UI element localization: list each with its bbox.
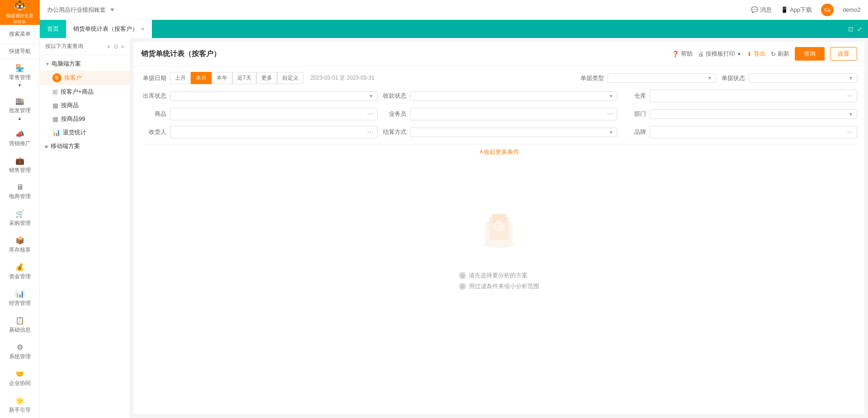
- app-logo[interactable]: 🐯 畅捷通好生意 标账版: [0, 0, 40, 25]
- collapse-text: 收起更多条件: [484, 148, 519, 156]
- date-btn-this-month[interactable]: 本月: [191, 72, 212, 84]
- top-header: 办公用品行业模拟账套 ▼ 💬 消息 📱 App下载 Ea demo2: [40, 0, 868, 20]
- message-icon: 💬: [751, 6, 758, 13]
- search-menu[interactable]: 搜索菜单: [0, 25, 39, 44]
- order-status-label: 单据状态: [720, 74, 745, 82]
- page-title-bar: 销货单统计表（按客户） ❓ 帮助 🖨 按模板打印 ▼ ⬇ 导出: [134, 42, 864, 66]
- dept-select[interactable]: ▼: [650, 109, 857, 119]
- tip-num-2: ②: [459, 283, 466, 290]
- retail-icon: 🏪: [15, 64, 24, 72]
- sidebar-item-finance[interactable]: 💰 资金管理: [0, 258, 39, 285]
- order-type-select[interactable]: ▼: [608, 73, 716, 83]
- collapse-panel-btn[interactable]: «: [121, 43, 124, 50]
- product-input[interactable]: ···: [170, 108, 377, 120]
- return-stats-icon: 📊: [52, 129, 60, 136]
- mobile-scheme-parent[interactable]: ▶ 移动端方案: [40, 139, 130, 153]
- scheme-by-product-99-label: 按商品99: [61, 115, 85, 123]
- scheme-by-product[interactable]: ▦ 按商品: [40, 99, 130, 112]
- messages-btn[interactable]: 💬 消息: [751, 6, 772, 14]
- sidebar-item-basic[interactable]: 📋 基础信息: [0, 312, 39, 338]
- left-panel-actions: + ⊙ «: [107, 43, 124, 50]
- receipt-status-select[interactable]: ▼: [410, 91, 618, 101]
- tab-minimize-icon[interactable]: ⊡: [848, 25, 854, 33]
- empty-tip-2: ② 用过滤条件来缩小分析范围: [459, 282, 539, 290]
- sidebar-item-purchase[interactable]: 🛒 采购管理: [0, 205, 39, 232]
- help-btn[interactable]: ❓ 帮助: [672, 50, 693, 58]
- print-icon: 🖨: [698, 51, 704, 57]
- tab-bar: 首页 销货单统计表（按客户） ✕ ⊡ ⤢: [40, 20, 868, 38]
- filter-row-date: 单据日期 上月 本月 本年 近7天 更多 自定义 2023-03-01 至 20…: [141, 72, 857, 84]
- date-btn-this-year[interactable]: 本年: [212, 72, 232, 84]
- download-icon: 📱: [781, 6, 788, 13]
- sidebar-item-ecommerce[interactable]: 🖥 电商管理: [0, 179, 39, 205]
- settlement-select[interactable]: ▼: [410, 128, 618, 137]
- sidebar-item-wholesale[interactable]: 🏬 批发管理 ▲: [0, 92, 39, 125]
- sidebar-item-system[interactable]: ⚙ 系统管理: [0, 338, 39, 365]
- date-btn-last-7-days[interactable]: 近7天: [232, 72, 256, 84]
- product-icon: ▦: [52, 102, 58, 109]
- tab-home[interactable]: 首页: [40, 20, 66, 38]
- right-content: 销货单统计表（按客户） ❓ 帮助 🖨 按模板打印 ▼ ⬇ 导出: [134, 42, 864, 414]
- quick-nav[interactable]: 快捷导航: [0, 44, 39, 59]
- wholesale-icon: 🏬: [15, 97, 24, 105]
- home-label: 首页: [47, 25, 59, 33]
- sidebar-item-marketing[interactable]: 📣 营销推广: [0, 125, 39, 152]
- sidebar-item-inventory[interactable]: 📦 库存核算: [0, 232, 39, 258]
- sales-icon: 💼: [15, 157, 24, 165]
- collapse-up-icon: ∧: [479, 148, 484, 156]
- sidebar-item-operations[interactable]: 📊 经营管理: [0, 285, 39, 312]
- out-status-select[interactable]: ▼: [170, 91, 377, 101]
- settings-btn[interactable]: 设置: [830, 47, 857, 61]
- sidebar-item-newbie[interactable]: 🌟 新手引导: [0, 392, 39, 418]
- settlement-label: 结算方式: [381, 128, 406, 136]
- scheme-return-stats[interactable]: 📊 退货统计: [40, 126, 130, 139]
- date-btn-more[interactable]: 更多: [256, 72, 277, 84]
- scheme-by-customer-label: 按客户: [64, 74, 82, 82]
- customer-scheme-icon: 客: [52, 73, 61, 82]
- dept-label: 部门: [621, 110, 646, 118]
- tab-close-icon[interactable]: ✕: [141, 26, 145, 32]
- receipt-status-label: 收款状态: [381, 92, 406, 100]
- refresh-btn[interactable]: ↻ 刷新: [771, 50, 789, 58]
- date-btn-last-month[interactable]: 上月: [170, 72, 191, 84]
- edit-scheme-btn[interactable]: ⊙: [113, 43, 118, 50]
- collapse-bar[interactable]: ∧ 收起更多条件: [141, 144, 857, 160]
- system-icon: ⚙: [17, 343, 23, 352]
- tab-sales-stats[interactable]: 销货单统计表（按客户） ✕: [66, 20, 152, 38]
- app-download-btn[interactable]: 📱 App下载: [781, 6, 812, 14]
- receipt-status-chevron-icon: ▼: [609, 94, 613, 99]
- current-account: 办公用品行业模拟账套: [47, 6, 106, 14]
- app-name: 畅捷通好生意: [6, 13, 33, 19]
- salesman-input[interactable]: ···: [410, 108, 618, 120]
- receiver-input[interactable]: ···: [170, 126, 377, 138]
- filter-area: 单据日期 上月 本月 本年 近7天 更多 自定义 2023-03-01 至 20…: [134, 66, 864, 165]
- user-avatar[interactable]: Ea: [821, 4, 834, 16]
- header-right: 💬 消息 📱 App下载 Ea demo2: [751, 4, 861, 16]
- desktop-scheme-label: 电脑端方案: [52, 60, 81, 68]
- brand-label: 品牌: [621, 128, 646, 136]
- order-status-select[interactable]: ▼: [749, 73, 857, 83]
- export-btn[interactable]: ⬇ 导出: [747, 50, 765, 58]
- account-dropdown-icon[interactable]: ▼: [109, 6, 115, 13]
- ecommerce-icon: 🖥: [16, 183, 24, 191]
- query-btn[interactable]: 查询: [795, 47, 825, 61]
- scheme-by-customer-product[interactable]: ⊞ 按客户+商品: [40, 85, 130, 99]
- template-print-btn[interactable]: 🖨 按模板打印 ▼: [698, 50, 741, 58]
- help-icon: ❓: [672, 51, 679, 57]
- scheme-by-customer[interactable]: 客 按客户: [40, 71, 130, 85]
- export-icon: ⬇: [747, 51, 752, 57]
- sidebar-item-retail[interactable]: 🏪 零售管理 ▼: [0, 59, 39, 92]
- product-label: 商品: [141, 110, 166, 118]
- brand-input[interactable]: ···: [650, 126, 857, 138]
- add-scheme-btn[interactable]: +: [107, 43, 111, 50]
- purchase-icon: 🛒: [15, 209, 24, 218]
- desktop-scheme-parent[interactable]: ▼ 电脑端方案: [40, 57, 130, 71]
- scheme-by-product-99[interactable]: ▦ 按商品99: [40, 112, 130, 126]
- date-label: 单据日期: [141, 74, 166, 82]
- sidebar-item-enterprise[interactable]: 🤝 企业协同: [0, 365, 39, 392]
- date-btn-custom[interactable]: 自定义: [277, 72, 303, 84]
- page-container: 按以下方案查询 + ⊙ « ▼ 电脑端方案 客 按客户 ⊞: [40, 38, 868, 418]
- warehouse-input[interactable]: ···: [650, 90, 857, 102]
- sidebar-item-sales[interactable]: 💼 销售管理: [0, 152, 39, 179]
- tab-expand-icon[interactable]: ⤢: [857, 25, 863, 33]
